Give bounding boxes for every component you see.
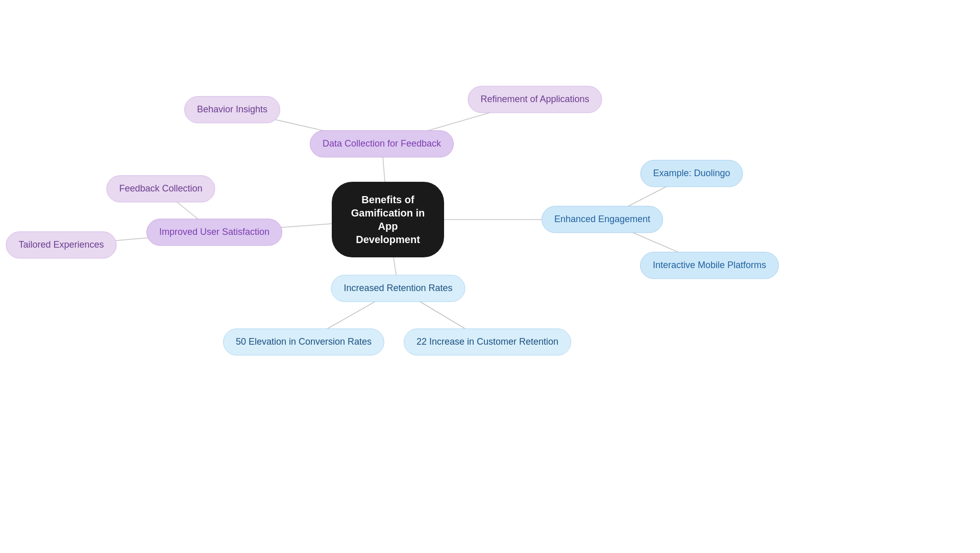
node-interactive_mobile[interactable]: Interactive Mobile Platforms <box>640 252 779 279</box>
connections-svg <box>0 0 980 553</box>
node-center[interactable]: Benefits of Gamification in App Developm… <box>332 182 444 257</box>
node-refinement[interactable]: Refinement of Applications <box>468 86 602 113</box>
node-behavior_insights[interactable]: Behavior Insights <box>184 96 280 123</box>
node-improved_satisfaction[interactable]: Improved User Satisfaction <box>146 219 282 246</box>
node-tailored_experiences[interactable]: Tailored Experiences <box>6 231 116 258</box>
node-data_collection[interactable]: Data Collection for Feedback <box>310 130 454 157</box>
mindmap-container: Benefits of Gamification in App Developm… <box>0 0 980 553</box>
node-example_duolingo[interactable]: Example: Duolingo <box>640 160 743 187</box>
node-feedback_collection[interactable]: Feedback Collection <box>106 175 215 202</box>
node-increased_retention[interactable]: Increased Retention Rates <box>331 275 465 302</box>
node-customer_retention[interactable]: 22 Increase in Customer Retention <box>404 328 571 355</box>
node-conversion_rates[interactable]: 50 Elevation in Conversion Rates <box>223 328 384 355</box>
node-enhanced_engagement[interactable]: Enhanced Engagement <box>542 206 663 233</box>
